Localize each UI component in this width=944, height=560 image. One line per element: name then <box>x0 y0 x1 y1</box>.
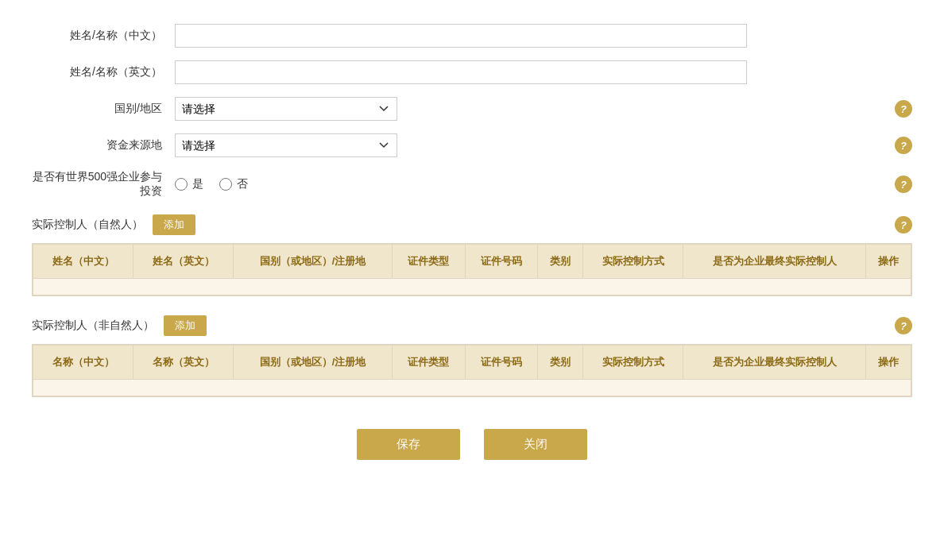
non-natural-controller-table: 名称（中文） 名称（英文） 国别（或地区）/注册地 证件类型 证件号码 类别 实… <box>33 345 911 396</box>
name-cn-row: 姓名/名称（中文） <box>32 24 912 48</box>
fortune500-yes-option[interactable]: 是 <box>175 177 203 191</box>
non-natural-col-name-cn: 名称（中文） <box>33 346 133 380</box>
non-natural-controller-header: 实际控制人（非自然人） 添加 ? <box>32 315 912 336</box>
save-button[interactable]: 保存 <box>357 429 460 460</box>
natural-col-category: 类别 <box>538 245 583 279</box>
natural-controller-help-icon[interactable]: ? <box>895 216 912 234</box>
non-natural-col-cert-no: 证件号码 <box>465 346 538 380</box>
natural-col-control-method: 实际控制方式 <box>583 245 683 279</box>
non-natural-controller-empty-cell <box>33 380 911 396</box>
non-natural-col-control-method: 实际控制方式 <box>583 346 683 380</box>
fund-source-row: 资金来源地 请选择 ? <box>32 133 912 157</box>
natural-controller-table-wrapper: 姓名（中文） 姓名（英文） 国别（或地区）/注册地 证件类型 证件号码 类别 实… <box>32 243 912 296</box>
fortune500-help-icon[interactable]: ? <box>895 176 912 193</box>
natural-col-name-en: 姓名（英文） <box>133 245 234 279</box>
natural-col-final-controller: 是否为企业最终实际控制人 <box>683 245 866 279</box>
non-natural-controller-empty-row <box>33 380 911 396</box>
fortune500-no-radio[interactable] <box>219 178 232 191</box>
fortune500-yes-radio[interactable] <box>175 178 188 191</box>
non-natural-col-category: 类别 <box>538 346 583 380</box>
non-natural-col-cert-type: 证件类型 <box>393 346 466 380</box>
country-select[interactable]: 请选择 <box>175 97 397 121</box>
country-label: 国别/地区 <box>32 102 175 116</box>
fortune500-no-option[interactable]: 否 <box>219 177 248 191</box>
natural-col-operation: 操作 <box>865 245 911 279</box>
non-natural-col-name-en: 名称（英文） <box>133 346 234 380</box>
natural-controller-section: 实际控制人（自然人） 添加 ? 姓名（中文） 姓名（英文） 国别（或地区）/注册… <box>32 214 912 296</box>
country-help-icon[interactable]: ? <box>895 100 912 118</box>
natural-controller-header: 实际控制人（自然人） 添加 ? <box>32 214 912 235</box>
fortune500-label: 是否有世界500强企业参与投资 <box>32 170 175 199</box>
natural-controller-table: 姓名（中文） 姓名（英文） 国别（或地区）/注册地 证件类型 证件号码 类别 实… <box>33 244 911 295</box>
non-natural-controller-header-row: 名称（中文） 名称（英文） 国别（或地区）/注册地 证件类型 证件号码 类别 实… <box>33 346 911 380</box>
natural-col-country: 国别（或地区）/注册地 <box>234 245 393 279</box>
non-natural-controller-help-icon[interactable]: ? <box>895 317 912 334</box>
country-row: 国别/地区 请选择 ? <box>32 97 912 121</box>
natural-controller-title: 实际控制人（自然人） <box>32 218 143 232</box>
fortune500-row: 是否有世界500强企业参与投资 是 否 ? <box>32 170 912 199</box>
natural-controller-empty-row <box>33 279 911 295</box>
natural-col-name-cn: 姓名（中文） <box>33 245 133 279</box>
name-cn-input[interactable] <box>175 24 747 48</box>
natural-controller-empty-cell <box>33 279 911 295</box>
natural-col-cert-type: 证件类型 <box>393 245 466 279</box>
fund-source-help-icon[interactable]: ? <box>895 137 912 154</box>
non-natural-controller-section: 实际控制人（非自然人） 添加 ? 名称（中文） 名称（英文） 国别（或地区）/注… <box>32 315 912 397</box>
name-en-label: 姓名/名称（英文） <box>32 65 175 79</box>
non-natural-col-country: 国别（或地区）/注册地 <box>234 346 393 380</box>
fortune500-radio-group: 是 否 <box>175 177 248 191</box>
footer-buttons: 保存 关闭 <box>32 429 912 460</box>
fund-source-label: 资金来源地 <box>32 138 175 153</box>
non-natural-col-final-controller: 是否为企业最终实际控制人 <box>683 346 866 380</box>
fund-source-select[interactable]: 请选择 <box>175 133 397 157</box>
name-en-input[interactable] <box>175 60 747 84</box>
natural-controller-header-row: 姓名（中文） 姓名（英文） 国别（或地区）/注册地 证件类型 证件号码 类别 实… <box>33 245 911 279</box>
natural-controller-add-button[interactable]: 添加 <box>153 214 195 235</box>
non-natural-controller-title: 实际控制人（非自然人） <box>32 319 154 333</box>
non-natural-col-operation: 操作 <box>865 346 911 380</box>
form-section: 姓名/名称（中文） 姓名/名称（英文） 国别/地区 请选择 ? 资金来源地 请选… <box>32 24 912 199</box>
close-button[interactable]: 关闭 <box>484 429 587 460</box>
fortune500-yes-label: 是 <box>192 177 203 191</box>
name-cn-label: 姓名/名称（中文） <box>32 29 175 43</box>
non-natural-controller-add-button[interactable]: 添加 <box>164 315 207 336</box>
name-en-row: 姓名/名称（英文） <box>32 60 912 84</box>
natural-col-cert-no: 证件号码 <box>465 245 538 279</box>
fortune500-no-label: 否 <box>237 177 248 191</box>
non-natural-controller-table-wrapper: 名称（中文） 名称（英文） 国别（或地区）/注册地 证件类型 证件号码 类别 实… <box>32 344 912 397</box>
